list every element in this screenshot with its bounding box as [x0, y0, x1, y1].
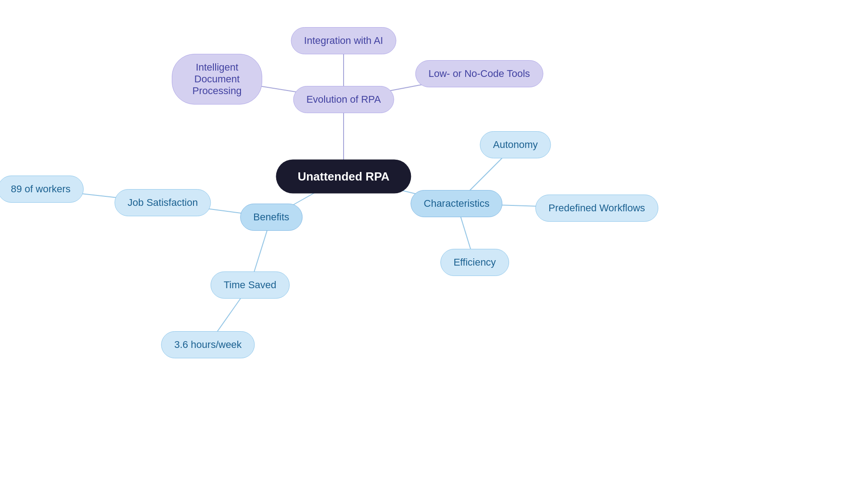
center-node: Unattended RPA: [276, 160, 411, 194]
predefined-node: Predefined Workflows: [535, 195, 658, 222]
time-saved-node: Time Saved: [211, 271, 290, 299]
low-no-code-node: Low- or No-Code Tools: [415, 60, 543, 87]
evolution-rpa-node: Evolution of RPA: [293, 86, 394, 113]
integration-ai-node: Integration with AI: [291, 27, 396, 54]
autonomy-node: Autonomy: [480, 131, 551, 158]
benefits-node: Benefits: [240, 204, 302, 231]
hours-week-node: 3.6 hours/week: [161, 331, 255, 358]
efficiency-node: Efficiency: [440, 249, 509, 276]
job-satisfaction-node: Job Satisfaction: [114, 189, 211, 216]
workers-node: 89 of workers: [0, 176, 84, 203]
characteristics-node: Characteristics: [410, 190, 502, 217]
intelligent-doc-node: Intelligent DocumentProcessing: [172, 54, 262, 105]
